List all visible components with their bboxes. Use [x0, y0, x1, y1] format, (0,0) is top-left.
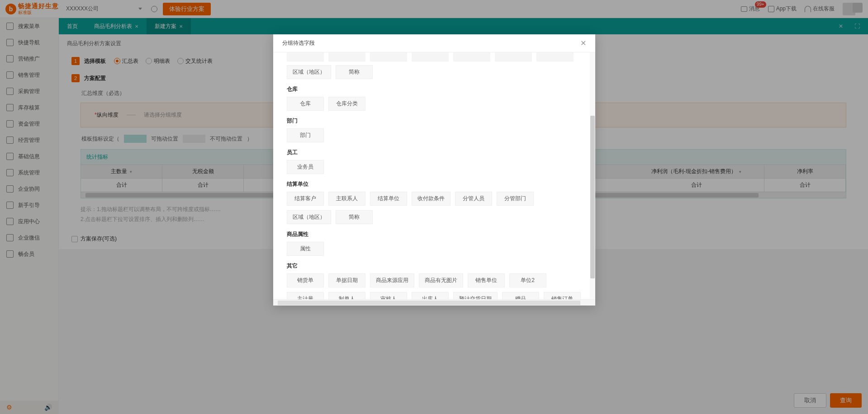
- modal-mask[interactable]: [0, 0, 868, 18]
